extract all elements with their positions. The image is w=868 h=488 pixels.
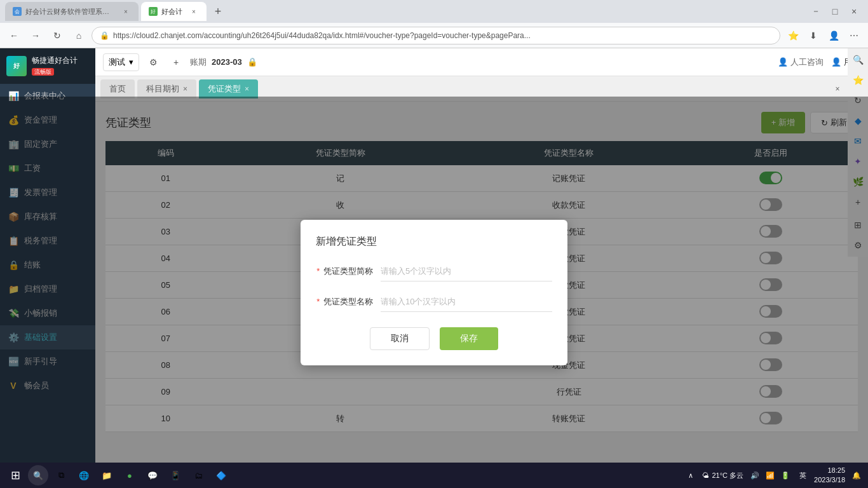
url-text: https://cloud2.chanjet.com/accounting/uh… xyxy=(113,31,531,40)
profile-btn[interactable]: 👤 xyxy=(825,27,843,44)
tab-voucher-type[interactable]: 凭证类型 × xyxy=(199,79,258,98)
url-input[interactable]: 🔒 https://cloud2.chanjet.com/accounting/… xyxy=(92,27,780,44)
sidebar-logo: 好 畅捷通好合计 流畅版 xyxy=(0,48,95,84)
notification-icon[interactable]: 🔔 xyxy=(850,469,863,482)
tab-favicon-1: 会 xyxy=(13,7,22,16)
weather-text: 21°C 多云 xyxy=(712,471,743,480)
tab-voucher-type-label: 凭证类型 xyxy=(208,83,241,95)
tab-close-2[interactable]: × xyxy=(189,6,199,17)
taskbar-wechat[interactable]: 💬 xyxy=(142,465,163,485)
sidebar-search-icon[interactable]: 🔍 xyxy=(849,51,867,69)
name-label-text: 凭证类型名称 xyxy=(323,297,373,306)
language-indicator: 英 xyxy=(797,471,809,480)
browser-actions: ⭐ ⬇ 👤 ⋯ xyxy=(784,27,863,44)
period-value: 2023-03 xyxy=(212,57,242,67)
tab-favicon-2: 好 xyxy=(149,7,158,16)
name-input[interactable] xyxy=(381,292,552,312)
tab-subjects-close[interactable]: × xyxy=(183,85,187,93)
start-button[interactable]: ⊞ xyxy=(5,465,25,485)
tab-close-1[interactable]: × xyxy=(121,6,131,17)
abbr-label: * 凭证类型简称 xyxy=(316,266,373,277)
abbr-input[interactable] xyxy=(381,261,552,281)
name-required-star: * xyxy=(316,297,320,306)
time-display: 18:25 xyxy=(814,466,845,475)
modal-dialog: 新增凭证类型 * 凭证类型简称 * 凭证类型名称 取消 保存 xyxy=(301,220,567,365)
workspace-selector[interactable]: 测试 ▾ xyxy=(103,53,139,71)
content-minimize-btn[interactable]: × xyxy=(830,81,845,97)
extensions-btn[interactable]: ⭐ xyxy=(784,27,802,44)
cancel-button[interactable]: 取消 xyxy=(370,327,430,350)
tab-home-label: 首页 xyxy=(109,83,126,95)
app-container: 好 畅捷通好合计 流畅版 📊 会报表中心 💰 资金管理 🏢 固定资产 💵 xyxy=(0,48,868,488)
back-button[interactable]: ← xyxy=(5,27,23,44)
modal-overlay: 新增凭证类型 * 凭证类型简称 * 凭证类型名称 取消 保存 xyxy=(0,97,868,488)
workspace-name: 测试 xyxy=(109,57,125,68)
taskbar-search[interactable]: 🔍 xyxy=(28,465,48,485)
taskbar-explorer[interactable]: 📁 xyxy=(97,465,117,485)
workspace-add-btn[interactable]: + xyxy=(167,53,185,71)
period-label: 账期 xyxy=(190,57,207,68)
logo-badge: 流畅版 xyxy=(32,68,54,76)
app-topbar: 测试 ▾ ⚙ + 账期 2023-03 🔒 👤 人工咨询 👤 用友 xyxy=(95,48,868,76)
help-icon: 👤 xyxy=(778,57,788,67)
abbr-label-text: 凭证类型简称 xyxy=(323,266,373,276)
taskbar-folder[interactable]: 🗂 xyxy=(188,465,208,485)
wifi-icon[interactable]: 📶 xyxy=(764,469,776,482)
tab-voucher-type-close[interactable]: × xyxy=(245,85,249,93)
help-label: 人工咨询 xyxy=(790,57,824,68)
form-row-abbr: * 凭证类型简称 xyxy=(316,261,552,281)
tab-bar: 会 好会计云财务软件管理系统_会计 × 好 好会计 × + － □ × xyxy=(0,0,868,23)
home-button[interactable]: ⌂ xyxy=(70,27,88,44)
sidebar-bookmark-icon[interactable]: ⭐ xyxy=(849,71,867,89)
form-row-name: * 凭证类型名称 xyxy=(316,292,552,312)
taskbar-edge2[interactable]: 🔷 xyxy=(211,465,231,485)
taskbar-task-view[interactable]: ⧉ xyxy=(51,465,71,485)
tab-label-2: 好会计 xyxy=(161,7,182,17)
taskbar-right: ∧ 🌤 21°C 多云 🔊 📶 🔋 英 18:25 2023/3/18 🔔 xyxy=(684,466,863,485)
logo-text: 畅捷通好合计 xyxy=(32,56,78,66)
taskbar-search-icon: 🔍 xyxy=(33,471,43,480)
save-button[interactable]: 保存 xyxy=(440,327,498,350)
address-bar: ← → ↻ ⌂ 🔒 https://cloud2.chanjet.com/acc… xyxy=(0,23,868,48)
weather-icon: 🌤 xyxy=(702,471,709,479)
date-display: 2023/3/18 xyxy=(814,475,845,485)
taskbar-edge[interactable]: 🌐 xyxy=(74,465,94,485)
logo-icon: 好 xyxy=(6,56,27,76)
period-lock-icon: 🔒 xyxy=(247,57,257,67)
abbr-required-star: * xyxy=(316,266,320,276)
taskbar: ⊞ 🔍 ⧉ 🌐 📁 ● 💬 📱 🗂 🔷 ∧ 🌤 21°C 多云 🔊 📶 🔋 英 … xyxy=(0,463,868,488)
workspace-settings-btn[interactable]: ⚙ xyxy=(144,53,162,71)
taskbar-sys-icons: ∧ xyxy=(684,469,697,482)
taskbar-app2[interactable]: 📱 xyxy=(165,465,186,485)
browser-tab-2[interactable]: 好 好会计 × xyxy=(141,2,207,21)
taskbar-chrome[interactable]: ● xyxy=(119,465,140,485)
taskbar-weather: 🌤 21°C 多云 xyxy=(702,471,743,480)
close-window-button[interactable]: × xyxy=(845,3,863,20)
new-tab-button[interactable]: + xyxy=(209,3,227,20)
taskbar-up-icon[interactable]: ∧ xyxy=(684,469,697,482)
browser-tab-1[interactable]: 会 好会计云财务软件管理系统_会计 × xyxy=(5,2,139,21)
tab-subjects-label: 科目期初 xyxy=(146,83,179,95)
maximize-button[interactable]: □ xyxy=(826,3,844,20)
help-button[interactable]: 👤 人工咨询 xyxy=(778,57,824,68)
browser-chrome: 会 好会计云财务软件管理系统_会计 × 好 好会计 × + － □ × ← → … xyxy=(0,0,868,48)
user-icon: 👤 xyxy=(831,57,841,67)
tab-home[interactable]: 首页 xyxy=(100,79,135,98)
battery-icon[interactable]: 🔋 xyxy=(779,469,792,482)
reload-button[interactable]: ↻ xyxy=(48,27,66,44)
forward-button[interactable]: → xyxy=(27,27,44,44)
more-btn[interactable]: ⋯ xyxy=(845,27,863,44)
taskbar-network-icons: 🔊 📶 🔋 xyxy=(749,469,792,482)
minimize-button[interactable]: － xyxy=(807,3,825,20)
tab-subjects[interactable]: 科目期初 × xyxy=(137,79,196,98)
taskbar-datetime: 18:25 2023/3/18 xyxy=(814,466,845,485)
lock-icon: 🔒 xyxy=(100,31,109,40)
network-icon[interactable]: 🔊 xyxy=(749,469,761,482)
modal-title: 新增凭证类型 xyxy=(316,235,552,248)
downloads-btn[interactable]: ⬇ xyxy=(804,27,822,44)
workspace-dropdown-icon: ▾ xyxy=(129,57,133,67)
name-label: * 凭证类型名称 xyxy=(316,296,373,308)
modal-actions: 取消 保存 xyxy=(316,327,552,350)
tab-label-1: 好会计云财务软件管理系统_会计 xyxy=(25,7,114,17)
